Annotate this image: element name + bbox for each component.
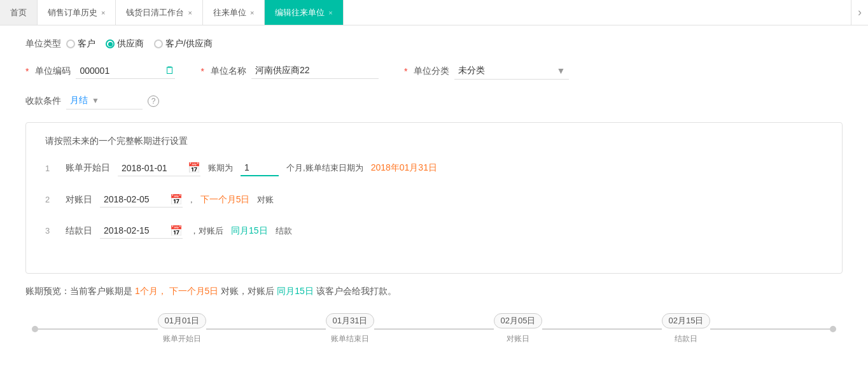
period-reconcile-suffix: 对账 xyxy=(257,194,274,206)
timeline-node-2: 01月31日 账单结束日 xyxy=(326,313,374,344)
unit-name-input[interactable] xyxy=(251,63,379,79)
preview-middle: 对账，对账后 xyxy=(221,286,277,296)
period-payment-highlight: 同月15日 xyxy=(231,225,268,237)
unit-type-label: 单位类型 xyxy=(25,38,61,50)
tab-sales-history-close[interactable]: × xyxy=(101,9,105,17)
unit-category-group: * 单位分类 未分类 ▼ xyxy=(404,62,569,80)
timeline-node-2-date: 01月31日 xyxy=(333,315,368,327)
unit-code-icon[interactable]: 🗒 xyxy=(165,65,175,76)
radio-both[interactable]: 客户/供应商 xyxy=(154,38,213,50)
timeline-node-4-circle: 02月15日 xyxy=(662,313,710,328)
unit-name-label: 单位名称 xyxy=(211,66,246,77)
unit-code-input[interactable] xyxy=(76,63,165,78)
timeline-node-2-label: 账单结束日 xyxy=(331,334,369,344)
timeline-node-3-circle: 02月05日 xyxy=(494,313,542,328)
tab-cash-workbench[interactable]: 钱货日清工作台 × xyxy=(116,0,202,25)
preview-section: 账期预览：当前客户账期是 1个月， 下一个月5日 对账，对账后 同月15日 该客… xyxy=(25,284,843,298)
period-date-1-wrapper: 📅 xyxy=(118,160,200,176)
preview-orange1: 1个月， xyxy=(135,286,167,296)
timeline: 01月01日 账单开始日 01月31日 账单结束日 02月05日 xyxy=(25,313,843,344)
period-row-1: 1 账单开始日 📅 账期为 个月,账单结束日期为 2018年01月31日 xyxy=(45,160,823,176)
timeline-segment-1 xyxy=(206,328,326,330)
period-desc-1-prefix: 账期为 xyxy=(208,162,233,174)
tab-sales-history[interactable]: 销售订单历史 × xyxy=(38,0,116,25)
period-row-2: 2 对账日 📅 , 下一个月5日 对账 xyxy=(45,192,823,208)
tab-edit-partner[interactable]: 编辑往来单位 × xyxy=(265,0,343,25)
period-reconcile-highlight: 下一个月5日 xyxy=(200,194,250,206)
radio-both-circle xyxy=(154,39,163,48)
tab-edit-partner-close[interactable]: × xyxy=(328,9,332,17)
timeline-node-1-circle: 01月01日 xyxy=(158,313,206,328)
period-date-1-input[interactable] xyxy=(118,160,188,176)
unit-code-star: * xyxy=(25,66,29,76)
unit-code-input-wrapper: 🗒 xyxy=(76,63,175,79)
period-box-title: 请按照未来的一个完整帐期进行设置 xyxy=(45,136,823,147)
period-num-3: 3 xyxy=(45,226,58,236)
radio-supplier[interactable]: 供应商 xyxy=(106,38,144,50)
tab-home[interactable]: 首页 xyxy=(0,0,38,25)
unit-type-radio-group: 客户 供应商 客户/供应商 xyxy=(66,38,213,50)
timeline-node-2-circle: 01月31日 xyxy=(326,313,374,328)
timeline-node-4: 02月15日 结款日 xyxy=(662,313,710,344)
period-desc-2: , xyxy=(190,195,193,204)
payment-condition-arrow: ▼ xyxy=(92,96,99,105)
tab-edit-partner-label: 编辑往来单位 xyxy=(275,7,325,18)
preview-prefix: 账期预览：当前客户账期是 xyxy=(25,286,132,296)
timeline-segment-2 xyxy=(374,328,494,330)
period-label-2: 对账日 xyxy=(66,194,92,206)
unit-name-star: * xyxy=(200,66,204,76)
tab-partner-units-close[interactable]: × xyxy=(250,9,254,17)
timeline-node-3-label: 对账日 xyxy=(507,334,529,344)
radio-supplier-label: 供应商 xyxy=(117,38,144,50)
payment-condition-select[interactable]: 月结 ▼ xyxy=(66,92,143,109)
payment-condition-label: 收款条件 xyxy=(25,95,61,107)
period-date-2-cal-icon[interactable]: 📅 xyxy=(170,194,183,206)
tab-partner-units[interactable]: 往来单位 × xyxy=(203,0,265,25)
timeline-node-1: 01月01日 账单开始日 xyxy=(158,313,206,344)
period-desc-3-suffix: 结款 xyxy=(276,225,292,237)
period-box: 请按照未来的一个完整帐期进行设置 1 账单开始日 📅 账期为 个月,账单结束日期… xyxy=(25,122,843,274)
unit-category-star: * xyxy=(404,66,407,76)
unit-category-label: 单位分类 xyxy=(414,66,449,77)
unit-category-select[interactable]: 未分类 ▼ xyxy=(454,62,569,80)
unit-code-group: * 单位编码 🗒 xyxy=(25,63,175,79)
tab-cash-workbench-close[interactable]: × xyxy=(188,9,192,17)
unit-type-row: 单位类型 客户 供应商 客户/供应商 xyxy=(25,38,843,50)
unit-code-label: 单位编码 xyxy=(35,66,71,77)
radio-both-label: 客户/供应商 xyxy=(165,38,213,50)
payment-condition-group: 收款条件 月结 ▼ ? xyxy=(25,92,159,109)
radio-customer[interactable]: 客户 xyxy=(66,38,95,50)
period-row-3: 3 结款日 📅 ，对账后 同月15日 结款 xyxy=(45,223,823,239)
help-icon[interactable]: ? xyxy=(148,95,159,107)
period-label-1: 账单开始日 xyxy=(66,162,110,174)
timeline-segment-4 xyxy=(710,328,830,330)
radio-customer-circle xyxy=(66,39,75,48)
timeline-node-1-date: 01月01日 xyxy=(165,315,200,327)
payment-condition-value: 月结 xyxy=(70,95,88,106)
period-label-3: 结款日 xyxy=(66,225,92,237)
timeline-left-endpoint xyxy=(32,326,38,332)
tab-more-button[interactable]: › xyxy=(851,0,868,25)
timeline-segment-3 xyxy=(542,328,662,330)
period-date-3-cal-icon[interactable]: 📅 xyxy=(170,225,183,237)
preview-teal: 同月15日 xyxy=(277,286,314,296)
period-date-2-wrapper: 📅 xyxy=(100,192,183,208)
timeline-node-4-label: 结款日 xyxy=(675,334,697,344)
radio-supplier-circle xyxy=(106,39,115,48)
timeline-right-endpoint xyxy=(830,326,836,332)
tab-bar: 首页 销售订单历史 × 钱货日清工作台 × 往来单位 × 编辑往来单位 × › xyxy=(0,0,868,25)
unit-info-row: * 单位编码 🗒 * 单位名称 * 单位分类 未分类 ▼ xyxy=(25,62,843,80)
unit-name-group: * 单位名称 xyxy=(200,63,378,79)
unit-category-arrow: ▼ xyxy=(557,66,566,76)
timeline-node-4-date: 02月15日 xyxy=(669,315,704,327)
radio-customer-label: 客户 xyxy=(78,38,95,50)
period-date-1-cal-icon[interactable]: 📅 xyxy=(188,162,200,174)
period-months-input[interactable] xyxy=(241,160,279,176)
period-date-3-wrapper: 📅 xyxy=(100,223,183,239)
unit-type-group: 单位类型 客户 供应商 客户/供应商 xyxy=(25,38,213,50)
period-date-2-input[interactable] xyxy=(100,192,170,207)
period-date-3-input[interactable] xyxy=(100,223,170,238)
tab-partner-units-label: 往来单位 xyxy=(213,7,246,18)
preview-suffix: 该客户会给我打款。 xyxy=(316,286,396,296)
payment-condition-row: 收款条件 月结 ▼ ? xyxy=(25,92,843,109)
